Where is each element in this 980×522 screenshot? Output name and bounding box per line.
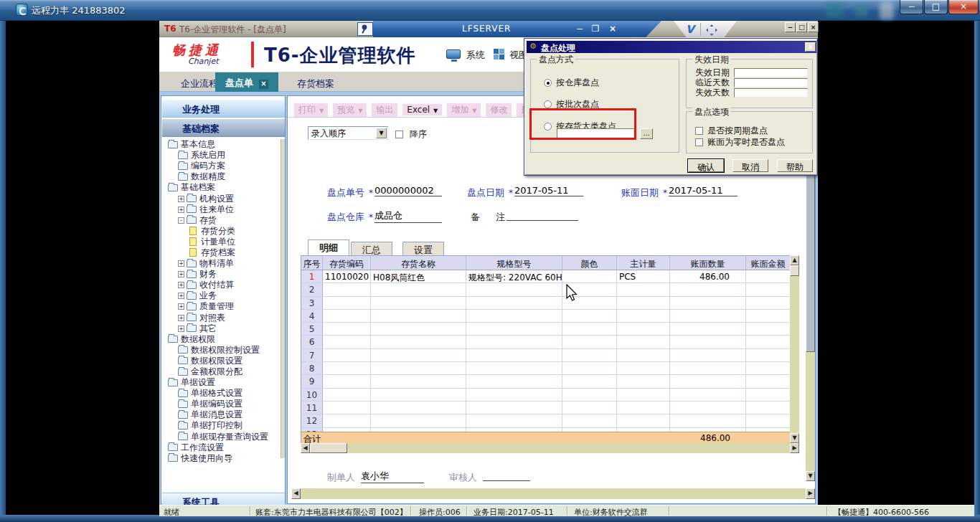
expand-icon[interactable]: + <box>178 260 184 267</box>
toolbar-button-Excel[interactable]: Excel▼ <box>402 104 442 115</box>
grid-cell[interactable] <box>562 428 617 432</box>
grid-cell[interactable] <box>371 310 466 322</box>
grid-hscrollbar[interactable]: ◀ ▶ <box>301 443 799 453</box>
grid-cell[interactable] <box>323 283 371 295</box>
grid-cell[interactable]: 9 <box>301 375 323 387</box>
sidebar-item-机构设置[interactable]: +机构设置 <box>162 193 281 204</box>
grid-cell[interactable] <box>562 402 617 414</box>
grid-cell[interactable] <box>562 362 617 374</box>
sidebar-section-basedata[interactable]: 基础档案 <box>162 119 285 137</box>
t6-restore-button[interactable]: □ <box>796 22 807 32</box>
grid-cell[interactable] <box>562 323 617 335</box>
table-row[interactable]: 12 <box>301 414 798 427</box>
session-minimize-button[interactable]: − <box>574 24 585 34</box>
grid-cell[interactable] <box>371 389 466 401</box>
chevron-down-icon[interactable]: ▼ <box>376 128 387 138</box>
grid-cell[interactable] <box>746 349 791 361</box>
grid-cell[interactable]: 12 <box>301 414 323 427</box>
grid-cell[interactable] <box>617 375 670 387</box>
checkbox-icon[interactable] <box>695 127 703 135</box>
checkbox-icon[interactable] <box>695 138 703 146</box>
expand-icon[interactable]: + <box>178 196 184 202</box>
descending-checkbox[interactable] <box>395 130 403 138</box>
grid-cell[interactable] <box>371 402 466 414</box>
sidebar-item-数据权限控制设置[interactable]: 数据权限控制设置 <box>162 345 281 356</box>
table-row[interactable]: 8 <box>301 362 798 375</box>
chevron-down-icon[interactable]: ▼ <box>433 108 438 114</box>
sidebar-item-存货[interactable]: -存货 <box>162 215 281 226</box>
grid-cell[interactable] <box>670 428 746 432</box>
chevron-down-icon[interactable]: ▼ <box>319 108 324 114</box>
sidebar-item-单据打印控制[interactable]: 单据打印控制 <box>162 420 281 431</box>
table-row[interactable]: 13 <box>301 428 798 432</box>
table-row[interactable]: 6 <box>301 336 798 348</box>
detail-tab-明细[interactable]: 明细 <box>308 239 349 255</box>
radio-option-按仓库盘点[interactable]: 按仓库盘点 <box>544 77 599 89</box>
collapse-icon[interactable]: - <box>178 217 184 224</box>
field-input[interactable] <box>734 88 808 98</box>
table-row[interactable]: 5 <box>301 323 798 336</box>
grid-cell[interactable] <box>617 414 670 427</box>
grid-col-存货编码[interactable]: 存货编码 <box>323 256 371 270</box>
expand-icon[interactable]: + <box>178 293 184 299</box>
grid-cell[interactable] <box>670 402 746 414</box>
sidebar-item-收付结算[interactable]: +收付结算 <box>162 280 281 290</box>
grid-cell[interactable] <box>746 414 791 427</box>
grid-cell[interactable] <box>323 310 371 322</box>
scroll-up-icon[interactable]: ▲ <box>790 255 799 265</box>
remote-viewer-titlebar[interactable]: 远程力丰 241883802 − □ × <box>0 0 980 21</box>
grid-cell[interactable] <box>562 414 617 427</box>
grid-hscroll-thumb[interactable] <box>310 443 347 453</box>
browse-button[interactable]: … <box>640 128 653 139</box>
sidebar-item-数据权限设置[interactable]: 数据权限设置 <box>162 356 281 366</box>
grid-cell[interactable] <box>562 375 617 387</box>
chevron-collapse-icon[interactable]: V <box>686 23 694 36</box>
grid-cell[interactable] <box>371 323 466 335</box>
grid-cell[interactable] <box>466 402 562 414</box>
sidebar-scrollbar[interactable] <box>281 139 285 458</box>
grid-cell[interactable] <box>323 428 371 432</box>
grid-cell[interactable]: 8 <box>301 362 323 374</box>
tab-存货档案[interactable]: 存货档案 <box>287 75 344 92</box>
grid-cell[interactable] <box>562 336 617 348</box>
sidebar-item-快速使用向导[interactable]: 快速使用向导 <box>162 453 281 463</box>
grid-cell[interactable] <box>746 297 791 309</box>
sidebar-item-数据权限[interactable]: 数据权限 <box>162 334 281 345</box>
window-close-button[interactable]: × <box>948 0 979 14</box>
sidebar-item-数据精度[interactable]: 数据精度 <box>162 171 281 182</box>
sidebar-item-单据消息设置[interactable]: 单据消息设置 <box>162 409 281 420</box>
grid-cell[interactable] <box>617 428 670 432</box>
grid-col-规格型号[interactable]: 规格型号 <box>466 256 562 270</box>
grid-col-颜色[interactable]: 颜色 <box>562 256 617 270</box>
grid-cell[interactable]: 5 <box>301 323 323 335</box>
grid-cell[interactable] <box>466 414 562 427</box>
grid-cell[interactable] <box>617 402 670 414</box>
menu-system[interactable]: 系统 <box>466 49 485 62</box>
scroll-down-icon[interactable]: ▼ <box>790 433 799 443</box>
grid-cell[interactable] <box>670 375 746 387</box>
grid-cell[interactable] <box>746 362 791 374</box>
sidebar-item-金额权限分配[interactable]: 金额权限分配 <box>162 366 281 377</box>
radio-icon[interactable] <box>544 100 552 108</box>
grid-cell[interactable]: 1 <box>301 270 323 283</box>
session-restore-button[interactable]: ❐ <box>590 24 601 34</box>
grid-cell[interactable] <box>670 283 746 295</box>
grid-cell[interactable] <box>617 349 670 361</box>
checkbox-是否按周期盘点[interactable]: 是否按周期盘点 <box>695 125 768 137</box>
table-row[interactable]: 4 <box>301 310 798 323</box>
window-maximize-button[interactable]: □ <box>924 0 948 14</box>
grid-cell[interactable] <box>466 375 562 387</box>
grid-cell[interactable]: 7 <box>301 349 323 361</box>
grid-cell[interactable] <box>746 323 791 335</box>
inventory-grid[interactable]: 序号存货编码存货名称规格型号颜色主计量账面数量账面金额 111010020H08… <box>301 255 799 443</box>
grid-cell[interactable] <box>746 270 791 283</box>
grid-rows[interactable]: 111010020H08风筒红色规格型号: 220VAC 60HZPCS486.… <box>301 270 798 432</box>
grid-cell[interactable] <box>323 402 371 414</box>
grid-cell[interactable] <box>746 336 791 348</box>
grid-cell[interactable] <box>617 389 670 401</box>
grid-cell[interactable]: PCS <box>617 270 670 283</box>
grid-cell[interactable] <box>617 310 670 322</box>
grid-cell[interactable] <box>617 283 670 295</box>
four-arrows-icon[interactable] <box>706 24 717 36</box>
warehouse-value[interactable]: 成品仓 <box>374 209 442 223</box>
